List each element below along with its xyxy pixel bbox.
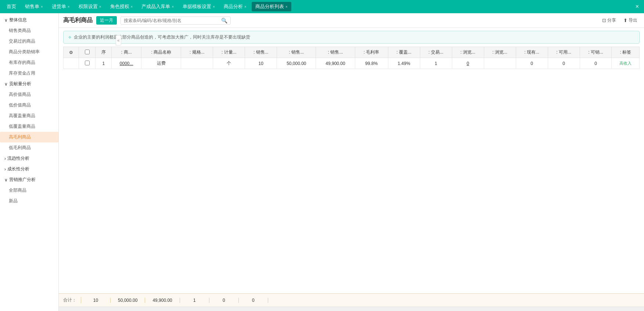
col-views2[interactable]: : 浏览... — [484, 47, 516, 58]
row-settings — [64, 58, 79, 69]
sidebar-group-overall[interactable]: ∨ 整体信息 — [0, 15, 58, 25]
export-button[interactable]: ⬆ 导出 — [621, 16, 640, 25]
sidebar-item-high-margin[interactable]: 高毛利商品 — [0, 132, 58, 142]
close-permission-tab[interactable]: × — [99, 5, 101, 9]
col-saleable[interactable]: : 可销... — [580, 47, 612, 58]
close-sales-tab[interactable]: × — [41, 5, 43, 9]
row-name: 运费 — [141, 58, 181, 69]
col-settings[interactable]: ⚙ — [64, 47, 79, 58]
horizontal-scrollbar[interactable] — [59, 307, 644, 311]
sidebar-group-growth[interactable]: › 成长性分析 — [0, 164, 58, 174]
footer-sales-profit: 49,900.00 — [145, 298, 180, 303]
col-stock[interactable]: : 现有... — [516, 47, 548, 58]
nav-tab-role[interactable]: 角色授权 × — [107, 2, 137, 11]
row-tag: 高收入 — [612, 58, 640, 69]
select-all-checkbox[interactable] — [85, 50, 90, 54]
row-views1[interactable]: 0 — [452, 58, 484, 69]
col-available[interactable]: : 可用... — [548, 47, 580, 58]
sidebar-item-all-goods[interactable]: 全部商品 — [0, 185, 58, 196]
sidebar-item-traded-goods[interactable]: 交易过的商品 — [0, 36, 58, 47]
search-input[interactable] — [124, 18, 220, 23]
col-sales-profit[interactable]: : 销售... — [316, 47, 355, 58]
footer-totals: 合计： 10 50,000.00 49,900.00 1 0 0 — [59, 293, 644, 307]
nav-tab-template[interactable]: 单据模板设置 × — [179, 2, 219, 11]
close-role-tab[interactable]: × — [131, 5, 133, 9]
expand-icon-growth: › — [4, 167, 6, 172]
header-actions: ⊡ 分享 ⬆ 导出 — [600, 16, 640, 25]
sidebar-item-high-value[interactable]: 高价值商品 — [0, 89, 58, 100]
col-spec[interactable]: : 规格... — [181, 47, 213, 58]
sidebar-group-trend[interactable]: › 流趋性分析 — [0, 153, 58, 164]
sidebar-item-new-goods[interactable]: 新品 — [0, 196, 58, 206]
close-template-tab[interactable]: × — [213, 5, 215, 9]
sidebar-item-low-coverage[interactable]: 低覆盖量商品 — [0, 121, 58, 132]
col-checkbox[interactable] — [79, 47, 96, 58]
row-coverage: 1.49% — [388, 58, 420, 69]
nav-tab-product-in[interactable]: 产成品入库单 × — [138, 2, 177, 11]
col-sales-amt[interactable]: : 销售... — [277, 47, 316, 58]
row-views2 — [484, 58, 516, 69]
sidebar-item-stock-capital[interactable]: 库存资金占用 — [0, 68, 58, 79]
close-product-in-tab[interactable]: × — [172, 5, 174, 9]
col-views1[interactable]: : 浏览... — [452, 47, 484, 58]
nav-tab-analysis[interactable]: 商品分析 × — [220, 2, 250, 11]
nav-tab-sales[interactable]: 销售单 × — [21, 2, 47, 11]
share-icon: ⊡ — [602, 18, 606, 23]
row-checkbox[interactable] — [79, 58, 96, 69]
nav-tab-purchase[interactable]: 进货单 × — [48, 2, 73, 11]
sidebar-item-low-value[interactable]: 低价值商品 — [0, 100, 58, 111]
search-icon[interactable]: 🔍 — [221, 18, 227, 23]
sidebar-item-sales-goods[interactable]: 销售类商品 — [0, 25, 58, 36]
date-filter-button[interactable]: 近一月 — [96, 16, 117, 25]
page-title: 高毛利商品 — [63, 17, 93, 24]
content-area: « 高毛利商品 近一月 🔍 ⊡ 分享 ⬆ 导出 ✧ — [59, 13, 644, 311]
row-unit: 个 — [213, 58, 245, 69]
row-transactions: 1 — [420, 58, 452, 69]
col-gross-margin[interactable]: : 毛利率 — [355, 47, 388, 58]
info-icon: ✧ — [68, 35, 72, 40]
table-wrapper: ⚙ 序 : 商... : 商品名称 : 规格... : 计量... : 销售..… — [59, 47, 644, 293]
col-unit[interactable]: : 计量... — [213, 47, 245, 58]
col-tag[interactable]: : 标签 — [612, 47, 640, 58]
sidebar-toggle-button[interactable]: « — [116, 35, 121, 46]
row-gross-margin: 99.8% — [355, 58, 388, 69]
col-sales-qty[interactable]: : 销售... — [245, 47, 277, 58]
top-navigation: 首页 销售单 × 进货单 × 权限设置 × 角色授权 × 产成品入库单 × 单据… — [0, 0, 644, 13]
collapse-icon-contribution: ∨ — [4, 82, 8, 87]
close-all-tabs[interactable]: × — [633, 3, 641, 10]
col-name[interactable]: : 商品名称 — [141, 47, 181, 58]
row-available: 0 — [548, 58, 580, 69]
nav-tab-permission[interactable]: 权限设置 × — [75, 2, 105, 11]
info-text: 企业的主要的利润都是这部分商品创造的，可考虑加大推广，同时关注库存是不要出现缺货 — [74, 34, 250, 40]
expand-icon-trend: › — [4, 156, 6, 161]
footer-stock: 0 — [209, 298, 239, 303]
footer-transactions: 1 — [180, 298, 209, 303]
close-analysis-list-tab[interactable]: × — [285, 5, 288, 9]
close-analysis-tab[interactable]: × — [244, 5, 247, 9]
close-purchase-tab[interactable]: × — [68, 5, 70, 9]
row-sales-profit: 49,900.00 — [316, 58, 355, 69]
table-row: 1 0000... 运费 个 10 50,000.00 49,900.00 99… — [64, 58, 640, 69]
col-coverage[interactable]: : 覆盖... — [388, 47, 420, 58]
col-transactions[interactable]: : 交易... — [420, 47, 452, 58]
sidebar: ∨ 整体信息 销售类商品 交易过的商品 商品分类助销率 有库存的商品 库存资金占… — [0, 13, 59, 311]
sidebar-item-low-margin[interactable]: 低毛利商品 — [0, 142, 58, 153]
col-code[interactable]: : 商... — [112, 47, 141, 58]
nav-tab-home[interactable]: 首页 — [3, 2, 20, 11]
sidebar-item-in-stock[interactable]: 有库存的商品 — [0, 57, 58, 68]
sidebar-group-contribution[interactable]: ∨ 贡献量分析 — [0, 79, 58, 89]
share-button[interactable]: ⊡ 分享 — [600, 16, 618, 25]
data-table: ⚙ 序 : 商... : 商品名称 : 规格... : 计量... : 销售..… — [63, 47, 640, 69]
search-box[interactable]: 🔍 — [120, 17, 231, 25]
export-icon: ⬆ — [623, 18, 627, 23]
row-select-checkbox[interactable] — [85, 61, 90, 65]
row-code[interactable]: 0000... — [112, 58, 141, 69]
nav-tab-analysis-list[interactable]: 商品分析列表 × — [252, 2, 291, 11]
footer-sales-amt: 50,000.00 — [111, 298, 145, 303]
row-index: 1 — [96, 58, 112, 69]
sidebar-item-high-coverage[interactable]: 高覆盖量商品 — [0, 111, 58, 121]
main-container: ∨ 整体信息 销售类商品 交易过的商品 商品分类助销率 有库存的商品 库存资金占… — [0, 13, 644, 311]
sidebar-group-marketing[interactable]: ∨ 营销推广分析 — [0, 174, 58, 185]
row-saleable: 0 — [580, 58, 612, 69]
sidebar-item-category-rate[interactable]: 商品分类助销率 — [0, 47, 58, 57]
